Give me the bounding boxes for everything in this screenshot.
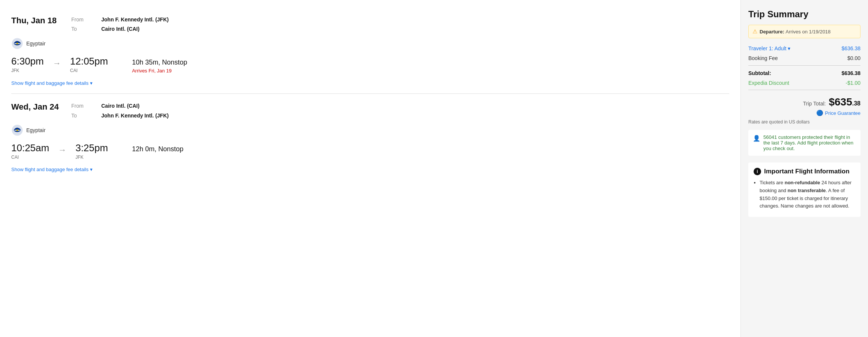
airport-block-outbound: John F. Kennedy Intl. (JFK) Cairo Intl. … xyxy=(101,15,169,34)
info-icon: i xyxy=(754,168,761,175)
sidebar: Trip Summary ⚠ Departure: Arrives on 1/1… xyxy=(740,0,868,337)
flight-date-outbound: Thu, Jan 18 xyxy=(11,16,71,26)
show-details-link-outbound[interactable]: Show flight and baggage fee details ▾ xyxy=(11,80,93,86)
flight-times-outbound: 6:30pm JFK → 12:05pm CAI 10h 35m, Nonsto… xyxy=(11,56,729,74)
flight-header-outbound: Thu, Jan 18 From To John F. Kennedy Intl… xyxy=(11,15,729,34)
flight-times-return: 10:25am CAI → 3:25pm JFK 12h 0m, Nonstop xyxy=(11,142,729,160)
arrow-block-return: → xyxy=(49,142,75,155)
from-label-outbound: From xyxy=(71,15,94,24)
important-info-title: i Important Flight Information xyxy=(754,168,855,175)
traveler-label[interactable]: Traveler 1: Adult ▾ xyxy=(748,45,790,51)
subtotal-row: Subtotal: $636.38 xyxy=(748,68,860,78)
traveler-row: Traveler 1: Adult ▾ $636.38 xyxy=(748,44,860,53)
trip-total-cents: .38 xyxy=(852,100,860,107)
booking-fee-label: Booking Fee xyxy=(748,55,778,61)
divider-1 xyxy=(748,65,860,66)
subtotal-amount: $636.38 xyxy=(841,70,860,76)
discount-row: Expedia Discount -$1.00 xyxy=(748,78,860,87)
price-table: Traveler 1: Adult ▾ $636.38 Booking Fee … xyxy=(748,44,860,125)
depart-time-return: 10:25am xyxy=(11,142,49,154)
to-airport-return: John F. Kennedy Intl. (JFK) xyxy=(101,111,169,120)
svg-point-3 xyxy=(17,129,18,131)
traveler-amount: $636.38 xyxy=(841,45,860,51)
arrive-code-return: JFK xyxy=(75,155,108,160)
duration-block-return: 12h 0m, Nonstop xyxy=(132,142,183,155)
price-guarantee-label: Price Guarantee xyxy=(825,110,860,116)
departure-warning: ⚠ Departure: Arrives on 1/19/2018 xyxy=(748,25,860,38)
trip-total-dollars: $635 xyxy=(829,96,852,108)
airline-name-return: Egyptair xyxy=(26,127,45,133)
svg-point-1 xyxy=(17,43,18,45)
discount-label: Expedia Discount xyxy=(748,80,789,86)
flight-card-outbound: Thu, Jan 18 From To John F. Kennedy Intl… xyxy=(11,8,729,94)
depart-block-outbound: 6:30pm JFK xyxy=(11,56,44,73)
duration-text-return: 12h 0m, Nonstop xyxy=(132,145,183,153)
main-content: Thu, Jan 18 From To John F. Kennedy Intl… xyxy=(0,0,740,337)
to-label-return: To xyxy=(71,111,94,120)
depart-block-return: 10:25am CAI xyxy=(11,142,49,160)
arrow-block-outbound: → xyxy=(44,56,70,68)
show-details-link-return[interactable]: Show flight and baggage fee details ▾ xyxy=(11,167,93,172)
from-to-labels-return: From To xyxy=(71,101,94,120)
arrive-block-outbound: 12:05pm CAI xyxy=(70,56,108,73)
trip-summary-title: Trip Summary xyxy=(748,9,860,20)
flight-date-return: Wed, Jan 24 xyxy=(11,102,71,112)
warning-icon: ⚠ xyxy=(752,28,757,35)
price-guarantee[interactable]: 🔵 Price Guarantee xyxy=(748,110,860,116)
protection-icon: 👤 xyxy=(753,135,760,142)
airport-block-return: Cairo Intl. (CAI) John F. Kennedy Intl. … xyxy=(101,101,169,120)
important-info-list: Tickets are non-refundable 24 hours afte… xyxy=(754,179,855,210)
booking-fee-row: Booking Fee $0.00 xyxy=(748,53,860,63)
flight-header-return: Wed, Jan 24 From To Cairo Intl. (CAI) Jo… xyxy=(11,101,729,120)
arrow-icon-outbound: → xyxy=(53,59,61,68)
arrive-code-outbound: CAI xyxy=(70,68,108,73)
to-label-outbound: To xyxy=(71,24,94,34)
arrive-time-return: 3:25pm xyxy=(75,142,108,154)
protection-box: 👤 56041 customers protected their flight… xyxy=(748,130,860,156)
arrive-block-return: 3:25pm JFK xyxy=(75,142,108,160)
from-label-return: From xyxy=(71,101,94,111)
airline-row-outbound: Egyptair xyxy=(11,38,729,50)
booking-fee-amount: $0.00 xyxy=(847,55,860,61)
arrives-note-outbound: Arrives Fri, Jan 19 xyxy=(132,68,187,74)
arrow-icon-return: → xyxy=(58,145,66,155)
arrive-time-outbound: 12:05pm xyxy=(70,56,108,67)
flight-card-return: Wed, Jan 24 From To Cairo Intl. (CAI) Jo… xyxy=(11,94,729,179)
depart-code-outbound: JFK xyxy=(11,68,44,73)
discount-amount: -$1.00 xyxy=(845,80,860,86)
airline-name-outbound: Egyptair xyxy=(26,41,45,47)
airline-logo-return xyxy=(11,124,23,136)
from-airport-return: Cairo Intl. (CAI) xyxy=(101,101,169,111)
subtotal-label: Subtotal: xyxy=(748,70,771,76)
duration-block-outbound: 10h 35m, Nonstop Arrives Fri, Jan 19 xyxy=(132,56,187,74)
price-guarantee-icon: 🔵 xyxy=(816,110,823,116)
to-airport-outbound: Cairo Intl. (CAI) xyxy=(101,24,169,34)
departure-warning-text: Departure: Arrives on 1/19/2018 xyxy=(760,29,830,35)
depart-time-outbound: 6:30pm xyxy=(11,56,44,67)
divider-2 xyxy=(748,90,860,90)
protection-text: 56041 customers protected their flight i… xyxy=(763,134,856,151)
trip-total-row: Trip Total: $635.38 xyxy=(748,92,860,110)
from-airport-outbound: John F. Kennedy Intl. (JFK) xyxy=(101,15,169,24)
depart-code-return: CAI xyxy=(11,155,49,160)
airline-logo-outbound xyxy=(11,38,23,50)
important-info-section: i Important Flight Information Tickets a… xyxy=(748,162,860,217)
rates-note: Rates are quoted in US dollars xyxy=(748,119,860,125)
important-info-item: Tickets are non-refundable 24 hours afte… xyxy=(760,179,855,210)
airline-row-return: Egyptair xyxy=(11,124,729,136)
duration-text-outbound: 10h 35m, Nonstop xyxy=(132,59,187,66)
from-to-labels-outbound: From To xyxy=(71,15,94,34)
trip-total-label: Trip Total: xyxy=(803,101,826,107)
